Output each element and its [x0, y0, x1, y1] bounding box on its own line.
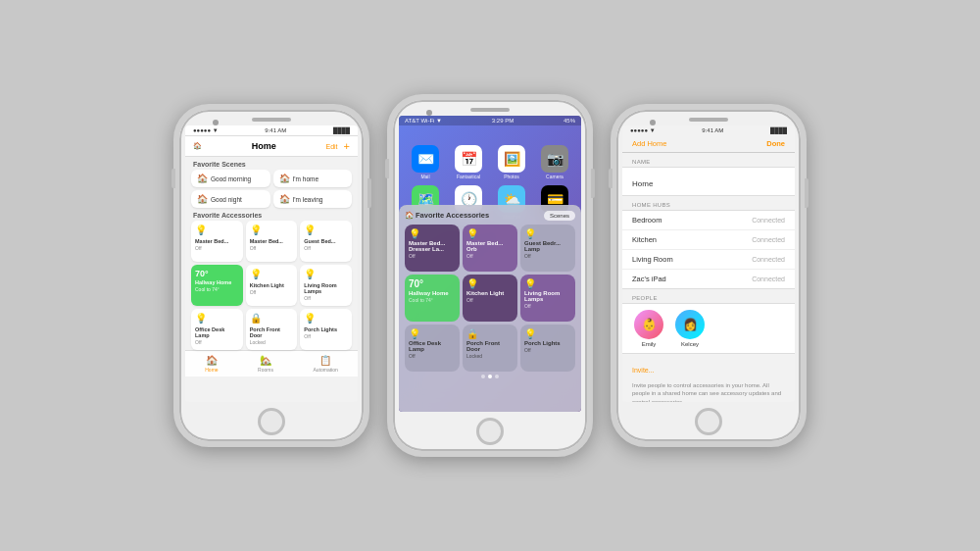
- p3-hubs-header: HOME HUBS: [622, 196, 795, 210]
- app-photos[interactable]: 🖼️ Photos: [493, 145, 530, 179]
- acc-office-lamp[interactable]: 💡 Office Desk Lamp Off: [191, 309, 243, 350]
- acc-kitchen-light[interactable]: 💡 Kitchen Light Off: [246, 265, 298, 306]
- acc-name: Porch Lights: [304, 326, 348, 332]
- tile-status: Locked: [466, 353, 514, 359]
- acc-status: Off: [304, 295, 348, 301]
- p2-tile-porch-lights[interactable]: 💡 Porch Lights Off: [520, 325, 575, 372]
- p1-scenes-header: Favorite Scenes: [185, 157, 358, 170]
- rooms-tab-icon: 🏡: [260, 355, 271, 366]
- acc-master-lamp[interactable]: 💡 Master Bed... Off: [246, 221, 298, 262]
- tab-rooms[interactable]: 🏡 Rooms: [258, 355, 273, 373]
- hub-status: Connected: [752, 256, 785, 263]
- p2-carrier: AT&T Wi-Fi ▼: [405, 118, 442, 124]
- scene-im-home[interactable]: 🏠 I'm home: [273, 170, 353, 187]
- home-button-2[interactable]: [476, 418, 504, 445]
- lamp-icon: 💡: [524, 278, 571, 289]
- home-button-1[interactable]: [258, 408, 285, 435]
- app-fantastical[interactable]: 📅 Fantastical: [450, 145, 487, 179]
- p2-tile-living-room[interactable]: 💡 Living Room Lamps Off: [520, 275, 575, 322]
- acc-status: Off: [304, 333, 348, 339]
- p2-tile-office[interactable]: 💡 Office Desk Lamp Off: [405, 325, 460, 372]
- home-tab-icon: 🏠: [206, 355, 218, 366]
- p3-nav-bar: Add Home Done: [622, 135, 795, 153]
- add-button[interactable]: +: [344, 140, 350, 152]
- acc-name: Master Bed...: [195, 238, 239, 244]
- tab-home[interactable]: 🏠 Home: [205, 355, 218, 373]
- p1-nav-bar: 🏠 Home Edit +: [185, 136, 358, 157]
- tab-automation-label: Automation: [313, 367, 337, 373]
- hub-living-room: Living Room Connected: [622, 250, 795, 270]
- scene-good-morning[interactable]: 🏠 Good morning: [191, 170, 270, 187]
- acc-porch-lights[interactable]: 💡 Porch Lights Off: [300, 309, 352, 350]
- acc-porch-door[interactable]: 🔒 Porch Front Door Locked: [246, 309, 298, 350]
- hub-name: Bedroom: [632, 216, 662, 225]
- acc-status: Locked: [250, 339, 294, 345]
- lamp-icon: 💡: [524, 228, 571, 239]
- acc-status: Off: [195, 339, 239, 345]
- tile-name: Kitchen Light: [466, 290, 514, 296]
- tile-name: Master Bed... Dresser La...: [409, 240, 456, 252]
- scene-im-leaving[interactable]: 🏠 I'm leaving: [273, 190, 353, 208]
- acc-living-room[interactable]: 💡 Living Room Lamps Off: [300, 265, 352, 306]
- acc-master-dresser[interactable]: 💡 Master Bed... Off: [191, 221, 243, 262]
- control-center-overlay: 🏠 Favorite Accessories Scenes 💡 Master B…: [399, 205, 581, 412]
- tile-name: Porch Front Door: [466, 340, 514, 352]
- tile-name: Hallway Home: [409, 290, 456, 296]
- scenes-button[interactable]: Scenes: [544, 211, 575, 221]
- p1-tab-bar: 🏠 Home 🏡 Rooms 📋 Automation: [185, 350, 358, 376]
- tab-automation[interactable]: 📋 Automation: [313, 355, 337, 373]
- p2-tile-kitchen[interactable]: 💡 Kitchen Light Off: [463, 275, 517, 322]
- overlay-header: 🏠 Favorite Accessories Scenes: [405, 211, 575, 221]
- acc-hallway-home[interactable]: 70° Hallway Home Cool to 74°: [191, 265, 243, 306]
- p2-tile-porch-door[interactable]: 🔒 Porch Front Door Locked: [463, 325, 517, 372]
- automation-tab-icon: 📋: [319, 355, 331, 366]
- speaker-1: [252, 118, 291, 122]
- overlay-title: 🏠 Favorite Accessories: [405, 211, 489, 220]
- overlay-title-text: Favorite Accessories: [416, 211, 489, 220]
- tile-status: Off: [524, 253, 571, 259]
- tile-status: Off: [466, 253, 514, 259]
- home-button-3[interactable]: [695, 408, 722, 435]
- lamp-icon: 💡: [304, 225, 348, 235]
- person-emily[interactable]: 👶 Emily: [634, 310, 663, 347]
- edit-button[interactable]: Edit: [325, 143, 337, 150]
- done-button[interactable]: Done: [766, 139, 785, 148]
- p3-status-bar: ●●●●● ▼ 9:41 AM ████: [622, 125, 795, 135]
- tile-status: Off: [524, 303, 571, 309]
- hub-status: Connected: [752, 217, 785, 224]
- hub-kitchen: Kitchen Connected: [622, 230, 795, 250]
- acc-status: Off: [195, 245, 239, 251]
- p2-tile-hallway[interactable]: 70° Hallway Home Cool to 74°: [405, 275, 460, 322]
- p1-status-bar: ●●●●● ▼ 9:41 AM ████: [185, 125, 358, 136]
- lamp-icon: 💡: [409, 328, 456, 339]
- app-mail[interactable]: ✉️ Mail: [407, 145, 444, 179]
- tile-name: Guest Bedr... Lamp: [524, 240, 571, 252]
- acc-name: Guest Bed...: [304, 238, 348, 244]
- overlay-title-icon: 🏠: [405, 211, 414, 220]
- hub-bedroom: Bedroom Connected: [622, 211, 795, 230]
- acc-guest-lamp[interactable]: 💡 Guest Bed... Off: [300, 221, 352, 262]
- p3-home-name-input[interactable]: Home: [622, 167, 795, 196]
- invite-description: Invite people to control accessories in …: [622, 381, 795, 402]
- acc-status: Off: [250, 245, 294, 251]
- scene-icon: 🏠: [279, 194, 290, 204]
- scene-good-night[interactable]: 🏠 Good night: [191, 190, 270, 208]
- p2-tile-master-dresser[interactable]: 💡 Master Bed... Dresser La... Off: [405, 225, 460, 272]
- invite-link[interactable]: Invite...: [632, 367, 655, 374]
- app-camera-label: Camera: [536, 174, 573, 179]
- hub-status: Connected: [752, 236, 785, 243]
- speaker-3: [689, 118, 728, 122]
- kelcey-name: Kelcey: [681, 341, 699, 347]
- p2-tile-guest-lamp[interactable]: 💡 Guest Bedr... Lamp Off: [520, 225, 575, 272]
- p3-name-header: NAME: [622, 153, 795, 167]
- acc-name: Kitchen Light: [250, 282, 294, 288]
- phone-3-top: [616, 110, 801, 125]
- tab-home-label: Home: [205, 367, 218, 373]
- add-home-button[interactable]: Add Home: [632, 139, 666, 148]
- tile-name: Porch Lights: [524, 340, 571, 346]
- p3-time: 9:41 AM: [702, 127, 723, 133]
- app-camera[interactable]: 📷 Camera: [536, 145, 573, 179]
- person-kelcey[interactable]: 👩 Kelcey: [675, 310, 705, 347]
- tile-name: Office Desk Lamp: [409, 340, 456, 352]
- p2-tile-master-orb[interactable]: 💡 Master Bed... Orb Off: [463, 225, 517, 272]
